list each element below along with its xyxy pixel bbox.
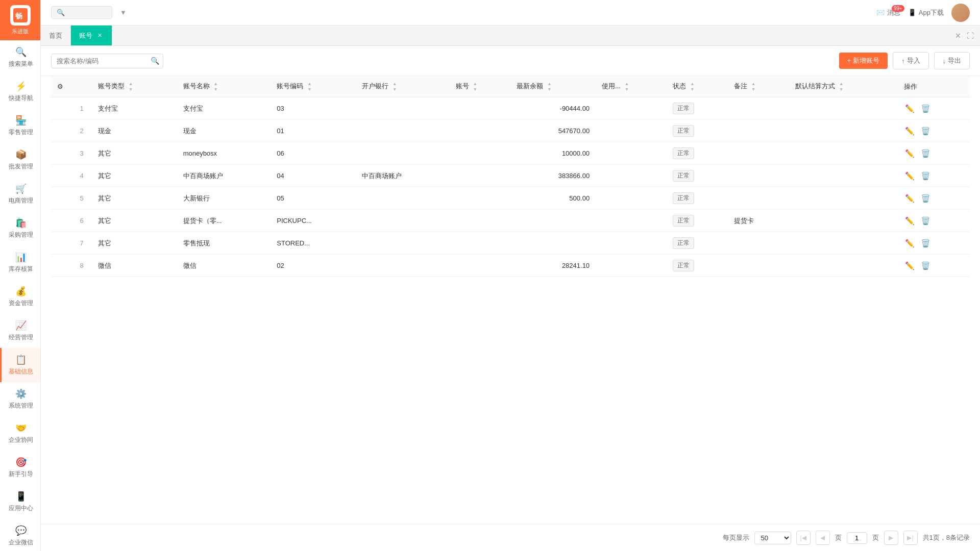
delete-button[interactable]: 🗑️ [920,215,932,227]
edit-button[interactable]: ✏️ [904,238,916,249]
sidebar-item-label: 库存核算 [9,265,33,273]
table-row: 4 其它 中百商场账户 04 中百商场账户 383866.00 正常 ✏️ 🗑️ [51,165,970,187]
tab-close-icon[interactable]: ✕ [955,32,961,40]
sidebar-menu: 🔍搜索菜单⚡快捷导航🏪零售管理📦批发管理🛒电商管理🛍️采购管理📊库存核算💰资金管… [0,40,40,551]
tab-maximize-icon[interactable]: ⛶ [967,32,974,40]
sidebar-item-shortcut[interactable]: ⚡快捷导航 [0,74,40,109]
row-default [789,97,898,120]
toolbar: 🔍 + 新增账号 ↑ 导入 ↓ 导出 [41,46,980,76]
row-num: 5 [71,187,92,210]
sidebar-item-agreement[interactable]: 🤝企业协同 [0,416,40,450]
row-status: 正常 [667,120,728,142]
sidebar-item-wechat[interactable]: 💬企业微信 [0,519,40,551]
logo-subtitle: 乐进版 [12,28,29,35]
delete-button[interactable]: 🗑️ [920,103,932,114]
row-status: 正常 [667,210,728,232]
row-num: 4 [71,165,92,187]
row-type: 微信 [92,255,177,277]
page-size-select[interactable]: 50 20 100 [754,532,791,544]
sidebar-item-basic[interactable]: 📋基础信息 [0,348,40,382]
table-header: ⚙ 账号类型 ▲▼ 账号名称 ▲▼ 账号编码 ▲▼ 开户银行 ▲▼ 账号 ▲▼ … [51,76,970,97]
row-num: 2 [71,120,92,142]
col-balance[interactable]: 最新余额 ▲▼ [510,76,596,97]
header-chevron-icon[interactable]: ▼ [120,9,127,16]
header-search-box[interactable]: 🔍 [51,6,112,19]
col-code[interactable]: 账号编码 ▲▼ [271,76,356,97]
edit-button[interactable]: ✏️ [904,103,916,114]
delete-button[interactable]: 🗑️ [920,193,932,204]
col-bank[interactable]: 开户银行 ▲▼ [356,76,450,97]
sidebar-item-system[interactable]: ⚙️系统管理 [0,382,40,416]
next-page-button[interactable]: ▶ [884,531,898,545]
row-gear [51,120,71,142]
prev-page-button[interactable]: ◀ [816,531,830,545]
sidebar-item-label: 采购管理 [9,231,33,239]
col-gear[interactable]: ⚙ [51,76,71,97]
sidebar-item-inventory[interactable]: 📊库存核算 [0,245,40,280]
page-input[interactable] [847,532,867,544]
col-default[interactable]: 默认结算方式 ▲▼ [789,76,898,97]
app-download-button[interactable]: 📱 App下载 [908,8,944,17]
content-area: 🔍 + 新增账号 ↑ 导入 ↓ 导出 ⚙ [41,46,980,551]
sidebar-item-appcenter[interactable]: 📱应用中心 [0,485,40,519]
row-actions: ✏️ 🗑️ [898,210,970,232]
agreement-icon: 🤝 [15,422,27,434]
row-remark [728,232,789,255]
wholesale-icon: 📦 [15,149,27,160]
sidebar-item-guide[interactable]: 🎯新手引导 [0,450,40,485]
edit-button[interactable]: ✏️ [904,170,916,182]
sidebar-item-purchase[interactable]: 🛍️采购管理 [0,211,40,245]
tab-label-account: 账号 [79,31,92,40]
tab-home[interactable]: 首页 [41,26,71,45]
col-name[interactable]: 账号名称 ▲▼ [177,76,271,97]
export-button[interactable]: ↓ 导出 [934,52,970,69]
tab-expand-controls[interactable]: ✕ ⛶ [949,32,980,40]
sidebar-item-label: 企业微信 [9,538,33,547]
col-status[interactable]: 状态 ▲▼ [667,76,728,97]
edit-button[interactable]: ✏️ [904,148,916,159]
col-num [71,76,92,97]
sidebar-item-operations[interactable]: 📈经营管理 [0,314,40,348]
row-account [450,255,511,277]
sidebar-item-retail[interactable]: 🏪零售管理 [0,109,40,143]
delete-button[interactable]: 🗑️ [920,238,932,249]
delete-button[interactable]: 🗑️ [920,148,932,159]
import-button[interactable]: ↑ 导入 [893,52,929,69]
first-page-button[interactable]: |◀ [796,531,811,545]
row-default [789,255,898,277]
tab-close-account[interactable]: ✕ [95,32,104,40]
message-icon: ✉️ [876,9,885,16]
notification-button[interactable]: ✉️ 消息 99+ [876,8,900,17]
row-status: 正常 [667,187,728,210]
row-code: 02 [271,255,356,277]
row-balance [510,232,596,255]
delete-button[interactable]: 🗑️ [920,126,932,137]
search-input[interactable] [51,54,163,68]
col-account[interactable]: 账号 ▲▼ [450,76,511,97]
delete-button[interactable]: 🗑️ [920,170,932,182]
col-remark[interactable]: 备注 ▲▼ [728,76,789,97]
col-usage[interactable]: 使用... ▲▼ [596,76,667,97]
system-icon: ⚙️ [15,388,27,399]
edit-button[interactable]: ✏️ [904,126,916,137]
row-bank [356,187,450,210]
search-button[interactable]: 🔍 [151,57,159,65]
tab-account[interactable]: 账号✕ [71,26,112,45]
sidebar-item-label: 快捷导航 [9,94,33,103]
row-balance [510,210,596,232]
user-avatar[interactable] [951,4,970,22]
edit-button[interactable]: ✏️ [904,260,916,271]
add-account-button[interactable]: + 新增账号 [839,53,888,69]
row-usage [596,142,667,165]
last-page-button[interactable]: ▶| [903,531,918,545]
sidebar-item-ecommerce[interactable]: 🛒电商管理 [0,177,40,211]
sidebar-item-search[interactable]: 🔍搜索菜单 [0,40,40,74]
delete-button[interactable]: 🗑️ [920,260,932,271]
sidebar-item-finance[interactable]: 💰资金管理 [0,280,40,314]
col-type[interactable]: 账号类型 ▲▼ [92,76,177,97]
row-bank [356,97,450,120]
row-status: 正常 [667,97,728,120]
edit-button[interactable]: ✏️ [904,215,916,227]
sidebar-item-wholesale[interactable]: 📦批发管理 [0,143,40,177]
edit-button[interactable]: ✏️ [904,193,916,204]
